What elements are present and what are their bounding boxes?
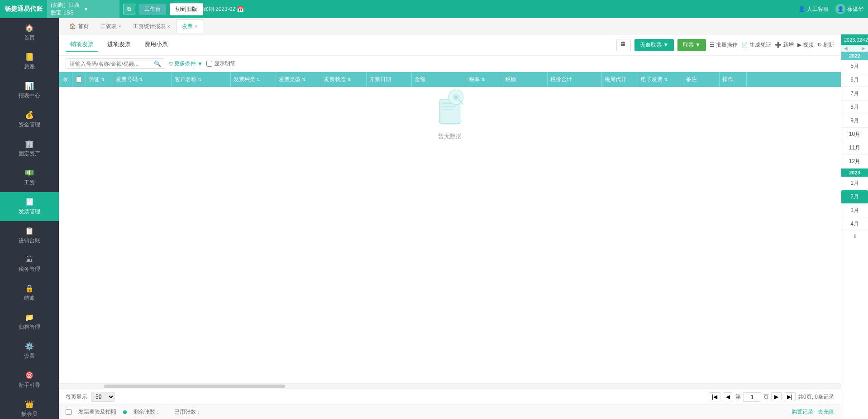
page-input[interactable] <box>743 392 761 402</box>
page-prev-btn[interactable]: ◀ <box>723 392 733 401</box>
cal-month-2023-2[interactable]: 2月 <box>841 190 868 204</box>
invoice-check-checkbox[interactable] <box>66 409 72 415</box>
sidebar-item-archive[interactable]: 📁 归档管理 <box>0 308 59 337</box>
get-ticket-btn[interactable]: 取票 ▼ <box>677 39 706 51</box>
cal-month-2022-12[interactable]: 12月 <box>841 155 868 169</box>
sub-tab-purchase-invoice[interactable]: 进项发票 <box>103 38 135 52</box>
show-detail-input[interactable] <box>206 61 212 67</box>
purchase-record-link[interactable]: 购置记录 <box>792 408 813 416</box>
sidebar-item-tax[interactable]: 🏛 税务管理 <box>0 250 59 279</box>
page-size-select[interactable]: 50 100 200 <box>91 392 115 402</box>
refresh-btn[interactable]: ↻ 刷新 <box>817 41 834 49</box>
tab-home[interactable]: 🏠 首页 <box>63 19 95 33</box>
cal-month-2022-5[interactable]: 5月 <box>841 60 868 73</box>
invoice-icon: 🧾 <box>25 197 34 206</box>
th-invoice-kind[interactable]: 发票类型 ⇅ <box>276 72 321 87</box>
empty-state: 暂无数据 <box>59 87 841 140</box>
cal-prev-btn[interactable]: ◀ <box>844 46 848 51</box>
select-all-checkbox[interactable] <box>76 77 82 82</box>
sidebar-item-sales[interactable]: 📋 进销台账 <box>0 221 59 250</box>
cal-month-2023-1[interactable]: 1月 <box>841 177 868 190</box>
sidebar-item-home[interactable]: 🏠 首页 <box>0 18 59 47</box>
th-tax-bureau[interactable]: 税局代开 <box>602 72 638 87</box>
th-customer-name[interactable]: 客户名称 ⇅ <box>172 72 231 87</box>
cal-month-2023-3[interactable]: 3月 <box>841 204 868 217</box>
calendar-close-row: 2023.02 × 2023.02 <box>841 34 868 45</box>
th-invoice-status[interactable]: 发票状态 ⇅ <box>321 72 367 87</box>
page-first-btn[interactable]: |◀ <box>709 392 720 401</box>
page-next-btn[interactable]: ▶ <box>771 392 782 401</box>
cal-month-2022-7[interactable]: 7月 <box>841 87 868 101</box>
search-input[interactable] <box>70 61 154 67</box>
table-header: ⚙ 凭证 ⇅ 发票号码 ⇅ 客户名称 ⇅ <box>59 72 841 87</box>
video-btn[interactable]: ▶ 视频 <box>797 41 814 49</box>
scroll-thumb[interactable] <box>104 385 285 388</box>
switch-version-button[interactable]: 切到旧版 <box>170 3 203 15</box>
tab-salary-report[interactable]: 工资统计报表 × <box>127 19 176 33</box>
dropdown-arrow-icon: ▼ <box>663 42 668 48</box>
work-bench-button[interactable]: 工作台 <box>139 4 166 15</box>
tab-home-icon: 🏠 <box>69 23 76 29</box>
cal-nav-row: ◀ ▶ <box>841 45 868 52</box>
sidebar-item-member[interactable]: 👑 畅会员 <box>0 395 59 419</box>
cal-month-2022-8[interactable]: 8月 <box>841 101 868 114</box>
th-e-invoice[interactable]: 电子发票 ⇅ <box>638 72 683 87</box>
cal-scroll-down-btn[interactable]: ⬇ <box>841 231 868 242</box>
cal-month-2022-11[interactable]: 11月 <box>841 141 868 155</box>
no-ticket-btn[interactable]: 无血取票 ▼ <box>634 39 674 51</box>
column-settings-btn[interactable] <box>616 39 631 51</box>
generate-cert-btn[interactable]: 📄 生成凭证 <box>741 41 771 49</box>
th-open-date[interactable]: 开票日期 <box>367 72 412 87</box>
sidebar-item-guide[interactable]: 🎯 新手引导 <box>0 366 59 395</box>
report-icon: 📊 <box>25 82 34 90</box>
tab-salary-close[interactable]: × <box>119 24 121 29</box>
pagination-controls: |◀ ◀ 第 页 ▶ ▶| 共0页, 0条记录 <box>709 392 834 402</box>
cal-next-btn[interactable]: ▶ <box>862 46 865 51</box>
batch-ops-btn[interactable]: ☰ 批量操作 <box>710 41 738 49</box>
sales-icon: 📋 <box>25 226 34 235</box>
th-tax-amount[interactable]: 税额 <box>502 72 548 87</box>
sidebar-item-funds[interactable]: 💰 资金管理 <box>0 105 59 134</box>
sidebar-item-report[interactable]: 📊 报表中心 <box>0 76 59 105</box>
th-total-amount[interactable]: 税价合计 <box>548 72 602 87</box>
sidebar-item-payroll[interactable]: 💵 工资 <box>0 163 59 192</box>
show-detail-checkbox[interactable]: 显示明细 <box>206 60 236 67</box>
tab-salary-report-close[interactable]: × <box>167 24 170 29</box>
page-last-btn[interactable]: ▶| <box>784 392 796 401</box>
tab-salary[interactable]: 工资表 × <box>95 19 127 33</box>
sidebar-item-ledger[interactable]: 📒 总账 <box>0 47 59 76</box>
tab-invoice-close[interactable]: × <box>195 24 197 29</box>
new-btn[interactable]: ➕ 新增 <box>775 41 794 49</box>
more-conditions-btn[interactable]: ▽ 更多条件 ▼ <box>169 60 203 67</box>
member-icon: 👑 <box>25 400 34 409</box>
customer-service[interactable]: 👤 人工客服 <box>798 5 829 13</box>
th-action: 操作 <box>720 72 747 87</box>
th-checkbox[interactable] <box>72 72 86 87</box>
search-box[interactable]: 🔍 <box>66 58 165 69</box>
horizontal-scrollbar[interactable] <box>59 383 841 389</box>
company-selector[interactable]: (勿删）江西股宝-LSS ▼ <box>47 0 119 19</box>
period-calendar-icon[interactable]: 📅 <box>237 6 244 13</box>
cal-month-2022-6[interactable]: 6月 <box>841 73 868 87</box>
cal-month-2022-9[interactable]: 9月 <box>841 114 868 128</box>
th-invoice-type[interactable]: 发票种类 ⇅ <box>231 72 276 87</box>
th-amount[interactable]: 金额 <box>412 72 466 87</box>
calendar-close-btn[interactable]: × <box>862 36 866 43</box>
cal-month-2023-4[interactable]: 4月 <box>841 217 868 231</box>
tab-invoice[interactable]: 发票 × <box>176 19 203 33</box>
cal-month-2022-10[interactable]: 10月 <box>841 128 868 141</box>
total-info: 共0页, 0条记录 <box>798 393 834 401</box>
sub-tab-expense-receipt[interactable]: 费用小票 <box>140 38 172 52</box>
user-profile[interactable]: 👤 徐溢华 <box>835 4 863 14</box>
th-invoice-num[interactable]: 发票号码 ⇅ <box>113 72 172 87</box>
sidebar-item-close[interactable]: 🔒 结账 <box>0 279 59 308</box>
sub-tab-sales-invoice[interactable]: 销项发票 <box>66 38 98 52</box>
sidebar-item-assets[interactable]: 🏢 固定资产 <box>0 134 59 163</box>
recharge-link[interactable]: 去充值 <box>818 408 834 416</box>
sidebar-item-invoice[interactable]: 🧾 发票管理 <box>0 192 59 221</box>
th-tax-rate[interactable]: 税率 ⇅ <box>466 72 502 87</box>
th-settings[interactable]: ⚙ <box>59 72 72 87</box>
th-cert[interactable]: 凭证 ⇅ <box>86 72 113 87</box>
sidebar-item-settings[interactable]: ⚙️ 设置 <box>0 337 59 366</box>
copy-company-btn[interactable]: ⧉ <box>123 4 135 14</box>
